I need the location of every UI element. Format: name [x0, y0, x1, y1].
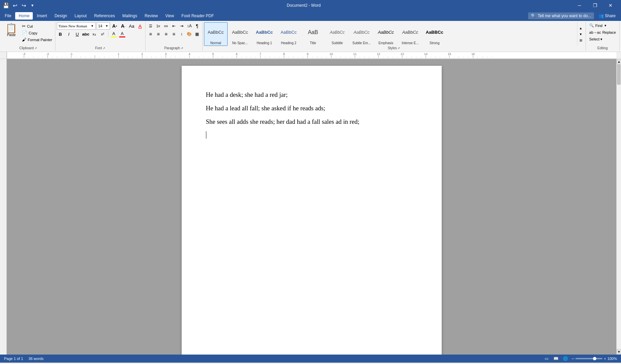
menu-references[interactable]: References [91, 12, 118, 20]
styles-expand-icon[interactable]: ↗ [397, 47, 400, 50]
scroll-down-button[interactable]: ▼ [617, 349, 621, 355]
style-item-no-spacing[interactable]: AaBbCc No Spac... [228, 22, 252, 46]
styles-more[interactable]: ⊞ [578, 37, 584, 43]
zoom-out-button[interactable]: ─ [572, 357, 574, 361]
multilevel-button[interactable]: ≡≡ [162, 22, 170, 30]
document-paragraph-4[interactable] [206, 131, 417, 140]
style-item-emphasis[interactable]: AaBbCc Emphasis [374, 22, 398, 46]
web-layout-button[interactable]: 🌐 [562, 355, 569, 362]
zoom-in-button[interactable]: + [604, 357, 606, 361]
style-item-heading2[interactable]: AaBbCc Heading 2 [277, 22, 301, 46]
menu-search[interactable]: 🔍 Tell me what you want to do... [528, 12, 594, 19]
clear-format-button[interactable]: A [136, 22, 144, 30]
styles-scroll-up[interactable]: ▲ [578, 25, 584, 31]
style-preview-no-spacing: AaBbCc [232, 23, 248, 41]
underline-button[interactable]: U [74, 30, 81, 38]
scroll-thumb[interactable] [617, 64, 621, 85]
paste-button[interactable]: 📋 Paste [3, 22, 20, 38]
menu-insert[interactable]: Insert [33, 12, 50, 20]
undo-icon[interactable]: ↩ [11, 2, 18, 9]
style-item-intense-e[interactable]: AaBbCc Intense E... [398, 22, 422, 46]
show-marks-button[interactable]: ¶ [193, 22, 201, 30]
style-item-subtle-em[interactable]: AaBbCc Subtle Em... [350, 22, 373, 46]
sort-button[interactable]: ↕A [186, 22, 193, 30]
change-case-button[interactable]: Aa [128, 22, 135, 30]
numbering-button[interactable]: 1≡ [155, 22, 162, 30]
style-item-normal[interactable]: AaBbCc Normal [204, 22, 228, 46]
menu-review[interactable]: Review [141, 12, 161, 20]
search-placeholder: Tell me what you want to do... [538, 13, 591, 18]
menu-file[interactable]: File [1, 12, 15, 20]
restore-button[interactable]: ❐ [587, 0, 603, 11]
bold-button[interactable]: B [57, 30, 64, 38]
font-size-select[interactable]: 14 ▼ [97, 22, 110, 30]
font-color-button[interactable]: A [119, 31, 126, 37]
shrink-font-button[interactable]: A- [120, 22, 127, 30]
menu-bar: File Home Insert Design Layout Reference… [0, 11, 621, 21]
style-label-emphasis: Emphasis [379, 41, 393, 45]
menu-home[interactable]: Home [15, 12, 33, 20]
font-size: 14 [98, 24, 102, 28]
save-icon[interactable]: 💾 [3, 2, 9, 9]
zoom-thumb[interactable] [593, 357, 596, 360]
increase-indent-button[interactable]: ⇥ [178, 22, 185, 30]
style-item-heading1[interactable]: AaBbCc Heading 1 [253, 22, 276, 46]
select-button[interactable]: Select ▾ [587, 36, 605, 43]
copy-button[interactable]: 📄 Copy [21, 30, 54, 36]
style-preview-emphasis: AaBbCc [378, 23, 394, 41]
svg-text:16: 16 [471, 52, 475, 56]
replace-button[interactable]: ab→ac Replace [587, 29, 618, 35]
menu-design[interactable]: Design [51, 12, 70, 20]
decrease-indent-button[interactable]: ⇤ [170, 22, 178, 30]
copy-icon: 📄 [22, 30, 27, 35]
justify-button[interactable]: ≡ [170, 30, 178, 38]
font-family-select[interactable]: Times New Roman ▼ [57, 22, 96, 30]
redo-icon[interactable]: ↪ [20, 2, 27, 9]
style-item-title[interactable]: AaB Title [301, 22, 325, 46]
document-paragraph-3[interactable]: She sees all adds she reads; her dad had… [206, 117, 417, 127]
line-spacing-button[interactable]: ↕ [178, 30, 185, 38]
bullets-button[interactable]: ☰ [147, 22, 154, 30]
strikethrough-button[interactable]: abc [82, 30, 89, 38]
scroll-up-button[interactable]: ▲ [617, 59, 621, 64]
format-painter-button[interactable]: 🖌 Format Painter [21, 36, 54, 43]
document-scroll[interactable]: He had a desk; she had a red jar; He had… [7, 59, 616, 355]
menu-view[interactable]: View [162, 12, 178, 20]
superscript-button[interactable]: x² [99, 30, 106, 38]
find-button[interactable]: 🔍 Find ▼ [587, 22, 609, 29]
styles-scroll-down[interactable]: ▼ [578, 31, 584, 37]
paragraph-expand-icon[interactable]: ↗ [181, 47, 183, 50]
close-button[interactable]: ✕ [603, 0, 618, 11]
borders-button[interactable]: ▦ [193, 30, 201, 38]
menu-mailings[interactable]: Mailings [119, 12, 140, 20]
shading-button[interactable]: 🎨 [186, 30, 193, 38]
document-paragraph-1[interactable]: He had a desk; she had a red jar; [206, 90, 417, 100]
style-item-strong[interactable]: AaBBCc Strong [423, 22, 446, 46]
font-expand-icon[interactable]: ↗ [103, 47, 105, 50]
print-layout-button[interactable]: ▭ [543, 355, 550, 362]
svg-text:10: 10 [330, 52, 333, 56]
share-button[interactable]: 👥 Share [595, 12, 620, 20]
align-right-button[interactable]: ≡ [162, 30, 170, 38]
align-left-button[interactable]: ≡ [147, 30, 154, 38]
grow-font-button[interactable]: A+ [111, 22, 119, 30]
styles-group-content: AaBbCc Normal AaBbCc No Spac... AaBbCc H… [204, 22, 584, 46]
document-page[interactable]: He had a desk; she had a red jar; He had… [182, 66, 442, 355]
cut-button[interactable]: ✂ Cut [21, 23, 54, 29]
title-bar-icons: 💾 ↩ ↪ ▼ [3, 2, 36, 9]
read-mode-button[interactable]: 📖 [553, 355, 560, 362]
italic-button[interactable]: I [65, 30, 73, 38]
customize-icon[interactable]: ▼ [29, 3, 36, 7]
scroll-track[interactable] [617, 64, 621, 349]
minimize-button[interactable]: ─ [572, 0, 587, 11]
subscript-button[interactable]: x₂ [90, 30, 98, 38]
zoom-slider[interactable] [575, 358, 602, 359]
clipboard-expand-icon[interactable]: ↗ [34, 47, 37, 50]
style-item-subtitle[interactable]: AaBbCc Subtitle [326, 22, 349, 46]
document-paragraph-2[interactable]: He had a lead all fall; she asked if he … [206, 104, 417, 113]
text-highlight-button[interactable]: A [110, 31, 118, 37]
align-center-button[interactable]: ≡ [155, 30, 162, 38]
svg-text:6: 6 [236, 52, 237, 56]
menu-layout[interactable]: Layout [71, 12, 90, 20]
menu-foxit[interactable]: Foxit Reader PDF [178, 12, 217, 20]
